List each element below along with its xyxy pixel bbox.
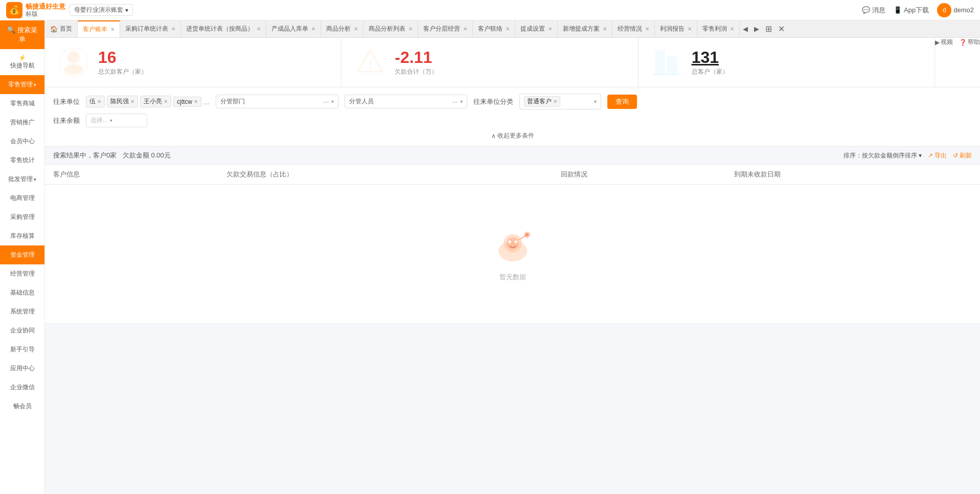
user-menu[interactable]: d demo2 xyxy=(937,3,974,17)
debt-value: -2.11 xyxy=(395,49,438,65)
tab-inbound-stats[interactable]: 进货单统计表（按商品） ✕ xyxy=(181,20,266,38)
stat-info-customers: 131 总客户（家） xyxy=(692,49,728,76)
sort-selector[interactable]: 排序：按欠款金额倒序排序 ▾ xyxy=(844,151,922,160)
stat-info-debtors: 16 总欠款客户（家） xyxy=(98,49,147,76)
tab-product-analysis[interactable]: 商品分析 ✕ xyxy=(321,20,363,38)
sidebar-item-ops-mgmt[interactable]: 经营管理 xyxy=(0,264,44,283)
tab-nav-expand[interactable]: ⊞ xyxy=(762,24,775,34)
tab-nav-next[interactable]: ▶ xyxy=(751,25,762,33)
svg-point-15 xyxy=(526,233,529,236)
tab-cost-inbound-close[interactable]: ✕ xyxy=(311,26,315,32)
sidebar-item-batch-mgmt[interactable]: 批发管理 ▾ xyxy=(0,170,44,189)
remain-chevron-icon: ▾ xyxy=(110,118,112,123)
sidebar-item-quick-nav[interactable]: ⚡ 快捷导航 xyxy=(0,49,44,75)
category-filter[interactable]: 普通客户 ✕ ▾ xyxy=(519,94,601,109)
sidebar-search[interactable]: 🔍 搜索菜单 xyxy=(0,20,44,49)
stat-info-debt: -2.11 欠款合计（万） xyxy=(395,49,438,76)
demo-selector[interactable]: 母婴行业演示账套 ▾ xyxy=(70,4,133,16)
sidebar-item-retail-mall[interactable]: 零售商城 xyxy=(0,94,44,113)
sidebar-item-retail-stats[interactable]: 零售统计 xyxy=(0,151,44,170)
video-btn[interactable]: ▶ 视频 xyxy=(935,38,953,47)
person-filter-label: 分管人员 xyxy=(349,97,374,106)
sidebar: 🔍 搜索菜单 ⚡ 快捷导航 零售管理 ▾ 零售商城 营销推广 会员中心 零售统计… xyxy=(0,20,45,494)
data-table: 客户信息 欠款交易信息（占比） 回款情况 到期未收款日期 xyxy=(45,165,980,323)
stat-card-debt-total: ! -2.11 欠款合计（万） xyxy=(341,38,638,87)
tab-home-label: 首页 xyxy=(60,25,72,33)
help-btn[interactable]: ❓ 帮助 xyxy=(959,38,980,47)
tag-wang-close[interactable]: ✕ xyxy=(164,99,168,104)
category-filter-label: 往来单位分类 xyxy=(473,97,513,106)
sidebar-item-guide[interactable]: 新手引导 xyxy=(0,340,44,359)
person-filter[interactable]: 分管人员 ··· ▾ xyxy=(345,95,467,108)
remain-filter[interactable]: 选择... ▾ xyxy=(86,114,147,127)
sidebar-item-capital-mgmt[interactable]: 资金管理 xyxy=(0,245,44,264)
tab-product-analysis-close[interactable]: ✕ xyxy=(354,26,358,32)
collapse-btn[interactable]: ∧ 收起更多条件 xyxy=(53,131,972,140)
refresh-label: 刷新 xyxy=(960,151,972,160)
sidebar-item-retail-mgmt[interactable]: 零售管理 ▾ xyxy=(0,75,44,94)
tab-retail-profit-close[interactable]: ✕ xyxy=(730,26,734,32)
tab-ops-situation-close[interactable]: ✕ xyxy=(645,26,649,32)
tab-new-boost-close[interactable]: ✕ xyxy=(603,26,607,32)
tab-product-analysis-list-close[interactable]: ✕ xyxy=(408,26,413,32)
sidebar-item-inventory[interactable]: 库存核算 xyxy=(0,227,44,245)
help-label: 帮助 xyxy=(968,38,980,47)
tag-wang-label: 王小亮 xyxy=(144,97,162,106)
tab-ops-situation[interactable]: 经营情况 ✕ xyxy=(612,20,655,38)
tab-cost-inbound[interactable]: 产成品入库单 ✕ xyxy=(266,20,321,38)
sidebar-item-member-center[interactable]: 会员中心 xyxy=(0,132,44,151)
tag-wu-close[interactable]: ✕ xyxy=(97,99,101,104)
category-tag-close[interactable]: ✕ xyxy=(553,99,557,104)
tab-boost-settings[interactable]: 提成设置 ✕ xyxy=(515,20,558,38)
tab-product-analysis-list[interactable]: 商品分析列表 ✕ xyxy=(363,20,418,38)
tab-purchase-stats[interactable]: 采购订单统计表 ✕ xyxy=(120,20,181,38)
debtors-value: 16 xyxy=(98,49,147,65)
sidebar-item-sys-mgmt[interactable]: 系统管理 xyxy=(0,302,44,321)
tab-bar: 🏠 首页 客户账本 ✕ 采购订单统计表 ✕ 进货单统计表（按商品） ✕ 产成品入… xyxy=(45,20,980,38)
tab-nav-close-all[interactable]: ✕ xyxy=(775,24,788,34)
message-btn[interactable]: 💬 消息 xyxy=(862,6,885,15)
app-download-label: App下载 xyxy=(904,6,929,15)
customers-value: 131 xyxy=(692,49,728,65)
tab-customer-connect[interactable]: 客户联络 ✕ xyxy=(473,20,515,38)
sidebar-item-ecommerce[interactable]: 电商管理 xyxy=(0,189,44,208)
sidebar-item-purchase-mgmt[interactable]: 采购管理 xyxy=(0,208,44,227)
chevron-icon-batch: ▾ xyxy=(34,177,36,182)
sidebar-item-app-center[interactable]: 应用中心 xyxy=(0,359,44,378)
search-button[interactable]: 查询 xyxy=(607,95,637,109)
dept-filter[interactable]: 分管部门 ··· ▾ xyxy=(216,95,338,108)
tab-inbound-stats-close[interactable]: ✕ xyxy=(257,26,261,32)
app-download-btn[interactable]: 📱 App下载 xyxy=(894,6,929,15)
tab-customer-tier-close[interactable]: ✕ xyxy=(463,26,467,32)
tag-cjttcw-close[interactable]: ✕ xyxy=(194,99,198,104)
tab-new-boost[interactable]: 新增提成方案 ✕ xyxy=(558,20,612,38)
tab-purchase-stats-close[interactable]: ✕ xyxy=(171,26,175,32)
tab-customer-tier[interactable]: 客户分层经营 ✕ xyxy=(418,20,473,38)
tag-chen-close[interactable]: ✕ xyxy=(130,99,134,104)
sidebar-item-marketing[interactable]: 营销推广 xyxy=(0,113,44,132)
logo-icon: 💰 xyxy=(6,2,22,18)
refresh-btn[interactable]: ↺ 刷新 xyxy=(953,151,972,160)
tab-receivables[interactable]: 客户账本 ✕ xyxy=(78,20,120,38)
tab-profit-report[interactable]: 利润报告 ✕ xyxy=(655,20,697,38)
tab-home[interactable]: 🏠 首页 xyxy=(45,20,78,38)
sidebar-item-vip[interactable]: 畅会员 xyxy=(0,397,44,416)
tab-profit-report-close[interactable]: ✕ xyxy=(688,26,692,32)
tab-profit-report-label: 利润报告 xyxy=(660,25,685,33)
sidebar-item-basic-info[interactable]: 基础信息 xyxy=(0,283,44,302)
tab-nav-prev[interactable]: ◀ xyxy=(740,25,751,33)
svg-point-0 xyxy=(67,51,80,63)
dept-more-btn[interactable]: ··· xyxy=(323,98,329,106)
tab-receivables-close[interactable]: ✕ xyxy=(110,27,115,32)
result-debt: 欠款金额 0.00元 xyxy=(123,151,171,159)
tab-retail-profit[interactable]: 零售利润 ✕ xyxy=(697,20,740,38)
person-more-btn[interactable]: ··· xyxy=(452,98,458,106)
export-btn[interactable]: ↗ 导出 xyxy=(928,151,947,160)
sidebar-item-enterprise[interactable]: 企业协同 xyxy=(0,321,44,340)
tab-customer-connect-close[interactable]: ✕ xyxy=(506,26,510,32)
stats-row: 16 总欠款客户（家） ! -2.11 欠款合计（万） xyxy=(45,38,980,87)
sidebar-label-guide: 新手引导 xyxy=(10,346,35,353)
sidebar-item-wechat[interactable]: 企业微信 xyxy=(0,378,44,397)
more-tags-btn[interactable]: ... xyxy=(203,98,210,106)
tab-boost-settings-close[interactable]: ✕ xyxy=(548,26,552,32)
